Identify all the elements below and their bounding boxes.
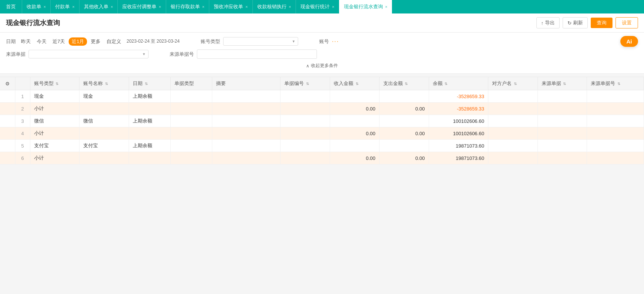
- td-summary: [212, 103, 280, 115]
- td-settings: [0, 90, 15, 103]
- date-range: 2023-02-24 至 2023-03-24: [126, 38, 179, 45]
- nav-tab-advance[interactable]: 预收冲应收单 ×: [209, 0, 252, 13]
- td-summary: [212, 152, 280, 164]
- close-icon[interactable]: ×: [72, 4, 74, 9]
- collapse-bar[interactable]: ∧ 收起更多条件: [6, 63, 638, 69]
- close-icon[interactable]: ×: [385, 4, 387, 9]
- nav-tab-other-income[interactable]: 其他收入单 ×: [79, 0, 117, 13]
- td-date: [129, 127, 170, 140]
- date-opt-today[interactable]: 今天: [35, 37, 49, 46]
- date-opt-yesterday[interactable]: 昨天: [19, 37, 33, 46]
- td-doc-no: [281, 115, 330, 127]
- query-button[interactable]: 查询: [591, 18, 612, 28]
- td-doc-type: [170, 152, 212, 164]
- date-filter-group: 日期 昨天 今天 近7天 近1月 更多 自定义 2023-02-24 至 202…: [6, 37, 180, 46]
- td-index: 1: [15, 90, 30, 103]
- nav-tab-receipt[interactable]: 收款单 ×: [22, 0, 50, 13]
- td-doc-type: [170, 90, 212, 103]
- th-source-doc-no[interactable]: 来源单据号 ⇅: [587, 77, 644, 90]
- td-index: 2: [15, 103, 30, 115]
- close-icon[interactable]: ×: [245, 4, 248, 9]
- th-balance[interactable]: 余额 ⇅: [429, 77, 488, 90]
- th-summary: 摘要: [212, 77, 280, 90]
- dots-button[interactable]: ···: [332, 38, 339, 45]
- td-balance: 19871073.60: [429, 152, 488, 164]
- td-doc-type: [170, 115, 212, 127]
- td-doc-no: [281, 140, 330, 152]
- date-opt-custom[interactable]: 自定义: [104, 37, 123, 46]
- nav-home[interactable]: 首页: [0, 0, 22, 13]
- table-row: 1 现金 现金 上期余额 -3528659.33: [0, 90, 644, 103]
- td-source-doc: [537, 103, 587, 115]
- close-icon[interactable]: ×: [202, 4, 204, 9]
- th-counterparty[interactable]: 对方户名 ⇅: [488, 77, 537, 90]
- td-counterparty: [488, 140, 537, 152]
- nav-tab-verification[interactable]: 收款核销执行 ×: [252, 0, 296, 13]
- th-doc-no[interactable]: 单据编号 ⇅: [281, 77, 330, 90]
- td-account-name: 现金: [80, 90, 129, 103]
- date-label: 日期: [6, 38, 16, 45]
- date-opt-7days[interactable]: 近7天: [50, 37, 67, 46]
- ai-button[interactable]: Ai: [620, 36, 638, 47]
- td-balance: -3528659.33: [429, 90, 488, 103]
- export-button[interactable]: ↑ 导出: [536, 17, 560, 28]
- td-source-doc-no: [587, 103, 644, 115]
- close-icon[interactable]: ×: [289, 4, 291, 9]
- td-source-doc: [537, 152, 587, 164]
- table-container: ⚙ 账号类型 ⇅ 账号名称 ⇅ 日期 ⇅ 单据类型 摘要 单据编号 ⇅ 收入金额…: [0, 77, 644, 164]
- th-settings[interactable]: ⚙: [0, 77, 15, 90]
- account-type-label: 账号类型: [201, 38, 220, 45]
- td-doc-no: [281, 152, 330, 164]
- source-doc-select[interactable]: ▾: [29, 50, 149, 58]
- nav-tab-stats[interactable]: 现金银行统计 ×: [296, 0, 339, 13]
- date-opt-1month[interactable]: 近1月: [69, 37, 87, 46]
- close-icon[interactable]: ×: [44, 4, 46, 9]
- close-icon[interactable]: ×: [332, 4, 334, 9]
- nav-tab-bank-deposit[interactable]: 银行存取款单 ×: [166, 0, 209, 13]
- close-icon[interactable]: ×: [159, 4, 161, 9]
- th-account-type[interactable]: 账号类型 ⇅: [30, 77, 80, 90]
- settings-button[interactable]: 设置: [615, 17, 638, 28]
- td-date: [129, 152, 170, 164]
- close-icon[interactable]: ×: [111, 4, 113, 9]
- th-expense[interactable]: 支出金额 ⇅: [379, 77, 429, 90]
- td-counterparty: [488, 127, 537, 140]
- td-index: 6: [15, 152, 30, 164]
- td-summary: [212, 115, 280, 127]
- td-income: 0.00: [330, 152, 380, 164]
- chevron-up-icon: ∧: [306, 63, 309, 69]
- td-account-type: 小计: [30, 103, 80, 115]
- top-nav: 首页 收款单 × 付款单 × 其他收入单 × 应收应付调整单 × 银行存取款单 …: [0, 0, 644, 13]
- td-account-name: 微信: [80, 115, 129, 127]
- td-source-doc: [537, 90, 587, 103]
- date-opt-more[interactable]: 更多: [89, 37, 103, 46]
- nav-tab-adjustment[interactable]: 应收应付调整单 ×: [117, 0, 165, 13]
- header-actions: ↑ 导出 ↻ 刷新 查询 设置: [536, 17, 638, 28]
- th-income[interactable]: 收入金额 ⇅: [330, 77, 380, 90]
- td-settings: [0, 127, 15, 140]
- td-account-type: 微信: [30, 115, 80, 127]
- td-settings: [0, 115, 15, 127]
- th-source-doc[interactable]: 来源单据 ⇅: [537, 77, 587, 90]
- source-doc-no-input[interactable]: [197, 49, 317, 59]
- th-date[interactable]: 日期 ⇅: [129, 77, 170, 90]
- nav-tab-cashflow[interactable]: 现金银行流水查询 ×: [339, 0, 392, 13]
- td-income: 0.00: [330, 103, 380, 115]
- td-account-type: 现金: [30, 90, 80, 103]
- td-doc-no: [281, 127, 330, 140]
- nav-tab-payment[interactable]: 付款单 ×: [50, 0, 79, 13]
- td-income: [330, 90, 380, 103]
- account-filter-group: 账号 ···: [319, 38, 339, 45]
- refresh-button[interactable]: ↻ 刷新: [563, 17, 588, 28]
- source-doc-no-label: 来源单据号: [170, 51, 194, 58]
- td-account-name: [80, 152, 129, 164]
- account-type-select[interactable]: ▾: [223, 37, 298, 46]
- source-doc-filter-group: 来源单据 ▾: [6, 50, 149, 58]
- td-counterparty: [488, 115, 537, 127]
- td-balance: 100102606.60: [429, 127, 488, 140]
- th-account-name[interactable]: 账号名称 ⇅: [80, 77, 129, 90]
- td-account-type: 支付宝: [30, 140, 80, 152]
- td-source-doc-no: [587, 140, 644, 152]
- td-expense: 0.00: [379, 127, 429, 140]
- td-doc-no: [281, 103, 330, 115]
